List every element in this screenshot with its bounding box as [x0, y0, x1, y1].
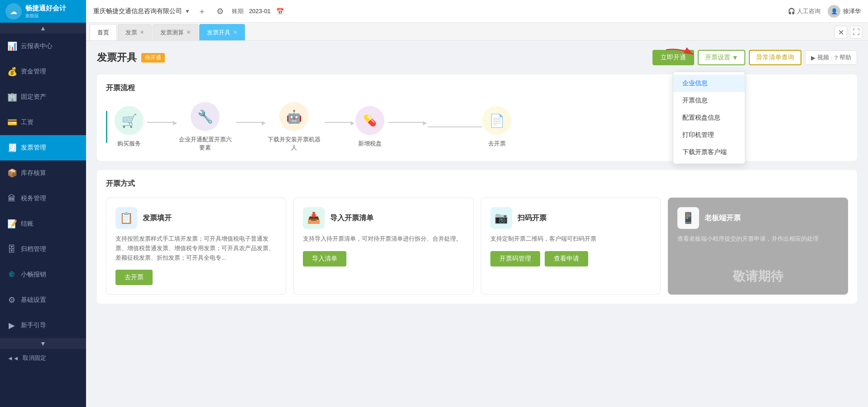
dropdown-item-company-info[interactable]: 企业信息	[673, 75, 745, 92]
consult-button[interactable]: 🎧 人工咨询	[788, 7, 820, 15]
sidebar-scroll-down[interactable]: ▼	[0, 338, 86, 349]
sidebar-item-archive[interactable]: 🗄 归档管理	[0, 237, 86, 262]
scan-buttons: 开票码管理 查看申请	[490, 251, 652, 266]
config-enterprise-icon: 🔧	[191, 102, 220, 131]
method-fill-header: 📋 发票填开	[115, 207, 277, 229]
main-content: 发票开具 待开通 立即开通 开票设置 ▼ 企业信息 开票信息 配置税盘信息 打印…	[86, 0, 868, 407]
page-title-group: 发票开具 待开通	[97, 51, 165, 64]
capital-icon: 💰	[7, 67, 16, 77]
dropdown-item-tax-disk[interactable]: 配置税盘信息	[673, 109, 745, 126]
tab-home[interactable]: 首页	[90, 24, 117, 40]
method-section-title: 开票方式	[106, 179, 848, 189]
tax-icon: 🏛	[7, 194, 16, 204]
settings-dropdown-menu: 企业信息 开票信息 配置税盘信息 打印机管理 下载开票客户端	[673, 72, 745, 164]
sidebar-item-guide[interactable]: ▶ 新手引导	[0, 313, 86, 338]
help-label[interactable]: 帮助	[839, 53, 851, 62]
invoice-mgmt-icon: 🧾	[7, 143, 16, 153]
method-card-boss: 📱 老板端开票 查看老板端小程序提交的开票申请，并作出相应的处理 敬请期待	[668, 198, 848, 295]
method-card-import: 📥 导入开票清单 支持导入待开票清单，可对待开票清单进行拆分、合并处理。 导入清…	[293, 198, 474, 295]
scan-invoice-icon: 📷	[490, 207, 512, 229]
sidebar-item-payroll[interactable]: 💳 工资	[0, 110, 86, 135]
sidebar-item-capital[interactable]: 💰 资金管理	[0, 59, 86, 84]
tab-invoice[interactable]: 发票 ✕	[118, 24, 152, 40]
sidebar-item-inventory[interactable]: 📦 库存核算	[0, 160, 86, 186]
tab-expand-button[interactable]: ⛶	[850, 26, 863, 39]
dropdown-item-download-client[interactable]: 下载开票客户端	[673, 144, 745, 161]
flow-step-go-invoice: 📄 去开票	[482, 106, 511, 148]
sidebar-item-settings[interactable]: ⚙ 基础设置	[0, 287, 86, 313]
pin-icon: ◄◄	[7, 355, 19, 362]
page-actions: 立即开通 开票设置 ▼ 企业信息 开票信息 配置税盘信息 打印机管理 下载开票客…	[652, 50, 857, 65]
tab-invoice-issue-close[interactable]: ✕	[233, 29, 237, 35]
sidebar-item-cloud-report[interactable]: 📊 云报表中心	[0, 34, 86, 59]
tax-disk-icon: 💊	[355, 106, 384, 135]
add-company-button[interactable]: ＋	[196, 5, 208, 18]
tab-bar: 首页 发票 ✕ 发票测算 ✕ 发票开具 ✕ ✕ ⛶	[86, 23, 868, 41]
fill-go-invoice-button[interactable]: 去开票	[115, 270, 153, 285]
dropdown-item-invoice-info[interactable]: 开票信息	[673, 92, 745, 109]
headphone-icon: 🎧	[788, 8, 795, 15]
settings-dropdown-button[interactable]: 开票设置 ▼	[698, 50, 746, 65]
tab-invoice-calc[interactable]: 发票测算 ✕	[153, 24, 198, 40]
status-badge: 待开通	[141, 53, 165, 63]
exception-list-button[interactable]: 异常清单查询	[749, 50, 801, 65]
flow-arrow-5	[428, 126, 482, 127]
company-chevron-icon: ▼	[185, 8, 190, 15]
qr-manage-button[interactable]: 开票码管理	[490, 251, 540, 266]
sidebar: ☁ 畅捷通好会计 旗舰版 ▲ 📊 云报表中心 💰 资金管理 🏢 固定资产 💳 工…	[0, 0, 86, 407]
flow-step-config: 🔧 企业开通配置开票六要素	[178, 102, 232, 152]
method-boss-header: 📱 老板端开票	[677, 207, 839, 229]
video-help-group: ▶ 视频 | ? 帮助	[805, 50, 857, 65]
play-icon: ▶	[811, 54, 815, 61]
tab-close-button[interactable]: ✕	[834, 26, 847, 39]
topbar-actions: ＋ ⚙ 账期 2023-01 📅	[196, 5, 284, 18]
flow-step-buy: 🛒 购买服务	[115, 106, 144, 148]
flow-step-tax-disk: 💊 新增税盘	[355, 106, 384, 148]
sidebar-item-invoice-mgmt[interactable]: 🧾 发票管理	[0, 135, 86, 160]
flow-arrow-3: ▶	[321, 122, 355, 123]
tab-invoice-issue[interactable]: 发票开具 ✕	[199, 24, 245, 40]
sidebar-item-accounting[interactable]: 📝 结账	[0, 211, 86, 237]
import-list-icon: 📥	[303, 207, 325, 229]
sidebar-cancel-pin[interactable]: ◄◄ 取消固定	[0, 349, 86, 367]
flow-left-bar	[106, 111, 107, 143]
fixed-assets-icon: 🏢	[7, 92, 16, 102]
sidebar-scroll-up[interactable]: ▲	[0, 23, 86, 34]
import-list-button[interactable]: 导入清单	[303, 251, 346, 266]
settings-wrapper: 开票设置 ▼ 企业信息 开票信息 配置税盘信息 打印机管理 下载开票客户端	[698, 50, 746, 65]
app-logo: ☁ 畅捷通好会计 旗舰版	[0, 0, 86, 23]
settings-sidebar-icon: ⚙	[7, 295, 16, 305]
top-right-actions: 🎧 人工咨询 👤 徐泽华	[788, 5, 861, 18]
logo-text: 畅捷通好会计 旗舰版	[25, 4, 66, 19]
video-label[interactable]: 视频	[817, 53, 829, 62]
guide-icon: ▶	[7, 320, 16, 330]
xiao-report-icon: ©	[7, 271, 16, 279]
sidebar-item-fixed-assets[interactable]: 🏢 固定资产	[0, 84, 86, 110]
page-title: 发票开具	[97, 51, 137, 64]
accounting-icon: 📝	[7, 219, 16, 229]
user-menu[interactable]: 👤 徐泽华	[828, 5, 861, 18]
buy-service-icon: 🛒	[115, 106, 144, 135]
dropdown-chevron-icon: ▼	[732, 54, 739, 61]
flow-step-download: 🤖 下载并安装开票机器人	[267, 102, 321, 152]
method-card-fill: 📋 发票填开 支持按照发票样式手工填开发票；可开具增值税电子普通发票、增值税普通…	[106, 198, 286, 295]
calendar-icon[interactable]: 📅	[276, 8, 284, 15]
user-avatar: 👤	[828, 5, 840, 18]
settings-button[interactable]: ⚙	[214, 5, 226, 18]
cloud-report-icon: 📊	[7, 41, 16, 51]
method-cards: 📋 发票填开 支持按照发票样式手工填开发票；可开具增值税电子普通发票、增值税普通…	[106, 198, 848, 295]
tab-invoice-close[interactable]: ✕	[140, 29, 144, 35]
dropdown-item-printer[interactable]: 打印机管理	[673, 126, 745, 144]
archive-icon: 🗄	[7, 245, 16, 254]
coming-soon-overlay: 敬请期待	[668, 268, 848, 285]
sidebar-item-tax[interactable]: 🏛 税务管理	[0, 186, 86, 211]
flow-arrow-1: ▶	[144, 122, 178, 123]
company-selector[interactable]: 重庆畅捷交通信息咨询有限公司 ▼	[93, 7, 190, 15]
view-apply-button[interactable]: 查看申请	[545, 251, 588, 266]
payroll-icon: 💳	[7, 117, 16, 127]
sidebar-item-xiao-report[interactable]: © 小畅报销	[0, 262, 86, 287]
inventory-icon: 📦	[7, 168, 16, 178]
top-bar: 重庆畅捷交通信息咨询有限公司 ▼ ＋ ⚙ 账期 2023-01 📅 🎧 人工咨询…	[86, 0, 868, 23]
flow-arrow-4: ▶	[384, 122, 428, 123]
tab-invoice-calc-close[interactable]: ✕	[187, 29, 191, 35]
